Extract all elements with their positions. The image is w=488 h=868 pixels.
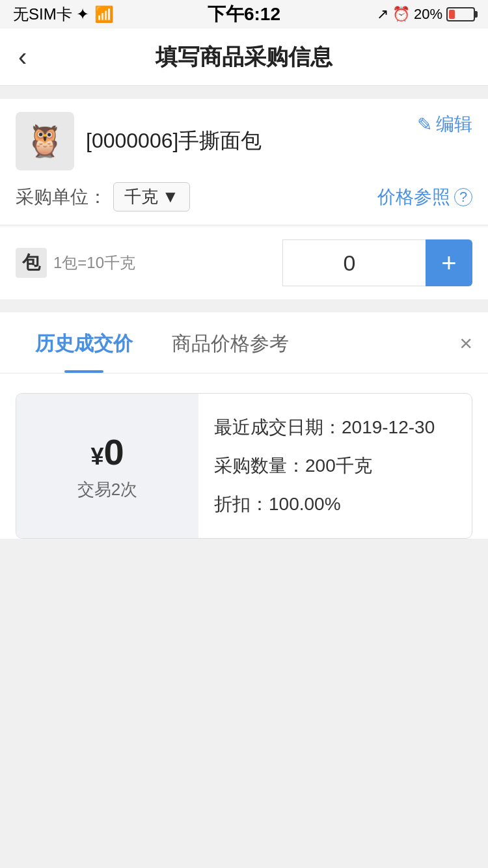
back-button[interactable]: ‹	[18, 42, 27, 72]
edit-button[interactable]: ✎ 编辑	[417, 112, 472, 137]
tab-header: 历史成交价 商品价格参考 ×	[0, 312, 488, 373]
product-header: 🦉 [0000006]手撕面包 ✎ 编辑	[16, 112, 472, 170]
product-thumbnail: 🦉	[16, 112, 74, 170]
product-card: 🦉 [0000006]手撕面包 ✎ 编辑 采购单位： 千克 ▼ 价格参照 ?	[0, 99, 488, 224]
price-value: 0	[103, 431, 124, 472]
status-bar: 无SIM卡 ✦ 📶 下午6:12 ↗ ⏰ 20%	[0, 0, 488, 29]
battery-percent: 20%	[414, 6, 442, 23]
tab-panel: 历史成交价 商品价格参考 × ¥0 交易2次 最近成交日期：2019-12-30…	[0, 312, 488, 539]
product-image-icon: 🦉	[25, 123, 64, 159]
product-left: 🦉 [0000006]手撕面包	[16, 112, 262, 170]
alarm-icon: ⏰	[392, 6, 410, 23]
status-time: 下午6:12	[208, 2, 280, 27]
discount-label: 折扣：	[214, 494, 269, 514]
quantity-plus-button[interactable]: +	[426, 239, 472, 286]
carrier-text: 无SIM卡 ✦	[13, 4, 89, 25]
yen-symbol: ¥	[90, 443, 103, 470]
location-icon: ↗	[377, 6, 388, 23]
quantity-label: 采购数量：	[214, 455, 305, 476]
status-left: 无SIM卡 ✦ 📶	[13, 4, 114, 25]
product-unit-row: 采购单位： 千克 ▼ 价格参照 ?	[16, 182, 472, 211]
nav-bar: ‹ 填写商品采购信息	[0, 29, 488, 86]
trade-date-row: 最近成交日期：2019-12-30	[214, 413, 456, 442]
quantity-value: 200千克	[305, 455, 372, 476]
help-icon: ?	[454, 188, 472, 206]
edit-label: 编辑	[436, 112, 472, 137]
trade-quantity-row: 采购数量：200千克	[214, 452, 456, 481]
battery-icon	[446, 7, 475, 21]
quantity-section: 包 1包=10千克 +	[0, 226, 488, 299]
trade-price: ¥0	[90, 431, 124, 473]
quantity-control: +	[282, 239, 472, 286]
tab-price-ref-label: 商品价格参考	[172, 332, 289, 354]
page-title: 填写商品采购信息	[156, 42, 332, 72]
tab-history-price[interactable]: 历史成交价	[16, 312, 152, 373]
trade-card: ¥0 交易2次 最近成交日期：2019-12-30 采购数量：200千克 折扣：…	[16, 393, 472, 539]
unit-badge: 包	[16, 248, 47, 278]
date-value: 2019-12-30	[342, 417, 435, 437]
unit-dropdown[interactable]: 千克 ▼	[113, 182, 190, 211]
dropdown-arrow-icon: ▼	[162, 187, 179, 207]
trade-count: 交易2次	[77, 478, 137, 501]
date-label: 最近成交日期：	[214, 417, 342, 437]
tab-history-label: 历史成交价	[35, 332, 133, 354]
trade-discount-row: 折扣：100.00%	[214, 490, 456, 519]
trade-card-right: 最近成交日期：2019-12-30 采购数量：200千克 折扣：100.00%	[198, 394, 472, 538]
product-name: [0000006]手撕面包	[86, 127, 262, 156]
trade-card-left: ¥0 交易2次	[16, 394, 198, 538]
tab-close-button[interactable]: ×	[459, 330, 472, 355]
price-reference-button[interactable]: 价格参照 ?	[377, 185, 472, 210]
unit-selector-group: 采购单位： 千克 ▼	[16, 182, 190, 211]
discount-value: 100.00%	[269, 494, 341, 514]
quantity-input[interactable]	[282, 239, 426, 286]
wifi-icon: 📶	[94, 5, 114, 23]
unit-conversion: 1包=10千克	[53, 252, 135, 273]
status-right: ↗ ⏰ 20%	[377, 6, 475, 23]
quantity-unit-info: 包 1包=10千克	[16, 248, 135, 278]
unit-label: 采购单位：	[16, 185, 107, 210]
edit-icon: ✎	[417, 114, 432, 135]
price-ref-label: 价格参照	[377, 185, 450, 210]
unit-value: 千克	[124, 185, 158, 208]
tab-price-reference[interactable]: 商品价格参考	[152, 312, 308, 373]
